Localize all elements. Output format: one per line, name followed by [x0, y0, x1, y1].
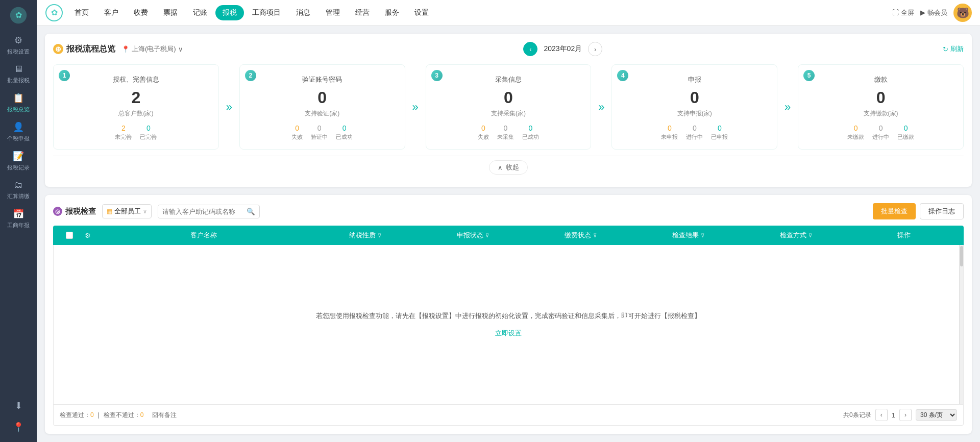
step-card-5: 5缴款0支持缴款(家)0未缴款0进行中0已缴款 [798, 64, 964, 150]
nav-item-bizprojects[interactable]: 工商项目 [245, 5, 288, 20]
stat-item[interactable]: 0进行中 [686, 124, 703, 141]
nav-item-operations[interactable]: 经营 [348, 5, 377, 20]
prev-month-btn[interactable]: ‹ [523, 42, 537, 56]
th-payment-status[interactable]: 缴费状态 ⊽ [527, 231, 634, 240]
sidebar-item-batch-tax[interactable]: 🖥 批量报税 [0, 60, 37, 88]
stat-value: 0 [904, 124, 908, 132]
next-month-btn[interactable]: › [588, 42, 602, 56]
step-sub-label: 支持采集(家) [434, 109, 583, 118]
nav-item-management[interactable]: 管理 [318, 5, 347, 20]
th-settings[interactable]: ⚙ [80, 232, 96, 239]
employee-icon: ▦ [107, 208, 112, 215]
stat-item[interactable]: 0未采集 [497, 124, 514, 141]
step-number: 3 [431, 70, 443, 81]
search-input[interactable] [158, 205, 242, 218]
location-pin-icon: 📍 [121, 45, 130, 53]
stat-value: 0 [146, 124, 151, 132]
collapse-btn[interactable]: ∧ 收起 [489, 160, 528, 175]
nav-item-bookkeeping[interactable]: 记账 [186, 5, 214, 20]
page-size-select[interactable]: 30 条/页 50 条/页 100 条/页 [916, 409, 957, 421]
stat-value: 0 [342, 124, 347, 132]
stat-label: 验证中 [311, 133, 328, 141]
refresh-icon: ↻ [943, 45, 948, 53]
table-body: 若您想使用报税检查功能，请先在【报税设置】中进行报税的初始化设置，完成密码验证和… [53, 245, 964, 405]
annual-report-icon: 📅 [13, 208, 24, 219]
stat-item[interactable]: 0进行中 [872, 124, 889, 141]
stat-value: 0 [317, 124, 322, 132]
check-title-icon: ◎ [53, 207, 62, 216]
table-wrapper: ⚙ 客户名称 纳税性质 ⊽ 申报状态 ⊽ 缴费状态 ⊽ [53, 226, 964, 426]
stat-item[interactable]: 0验证中 [311, 124, 328, 141]
step-title: 申报 [620, 75, 769, 84]
nav-item-fees[interactable]: 收费 [127, 5, 155, 20]
sidebar-item-download[interactable]: ⬇ [11, 396, 26, 415]
operation-log-button[interactable]: 操作日志 [920, 203, 964, 219]
stat-item[interactable]: 0已申报 [711, 124, 728, 141]
stat-label: 未缴款 [847, 133, 864, 141]
stat-value: 0 [668, 124, 672, 132]
sidebar-item-location[interactable]: 📍 [11, 418, 26, 437]
sidebar-item-tax-records[interactable]: 📝 报税记录 [0, 146, 37, 176]
stat-label: 已成功 [522, 133, 539, 141]
stat-value: 0 [718, 124, 722, 132]
nav-item-clients[interactable]: 客户 [97, 5, 126, 20]
search-button[interactable]: 🔍 [242, 205, 259, 218]
nav-item-settings[interactable]: 设置 [407, 5, 436, 20]
step-arrow: » [405, 64, 426, 150]
nav-item-tax[interactable]: 报税 [215, 5, 244, 20]
employee-select[interactable]: ▦ 全部员工 ∨ [102, 204, 152, 218]
stat-item[interactable]: 0未申报 [661, 124, 678, 141]
location-tag[interactable]: 📍 上海(电子税局) ∨ [121, 44, 183, 54]
th-tax-nature[interactable]: 纳税性质 ⊽ [311, 231, 419, 240]
download-icon: ⬇ [15, 400, 22, 411]
refresh-btn[interactable]: ↻ 刷新 [943, 44, 964, 54]
chevron-down-icon: ∨ [178, 45, 183, 53]
stat-item[interactable]: 0未缴款 [847, 124, 864, 141]
nav-item-home[interactable]: 首页 [67, 5, 96, 20]
sidebar-item-tax-overview[interactable]: 📋 报税总览 [0, 88, 37, 117]
table-empty-message: 若您想使用报税检查功能，请先在【报税设置】中进行报税的初始化设置，完成密码验证和… [306, 299, 711, 350]
stat-item[interactable]: 2未完善 [115, 124, 132, 141]
nav-item-services[interactable]: 服务 [378, 5, 406, 20]
th-check-result[interactable]: 检查结果 ⊽ [634, 231, 742, 240]
batch-check-button[interactable]: 批量检查 [873, 203, 916, 219]
stat-item[interactable]: 0失败 [291, 124, 303, 141]
stat-item[interactable]: 0已成功 [336, 124, 353, 141]
check-actions: 批量检查 操作日志 [873, 203, 964, 219]
nav-item-invoices[interactable]: 票据 [156, 5, 185, 20]
sidebar-item-individual-tax[interactable]: 👤 个税申报 [0, 117, 37, 146]
stat-item[interactable]: 0已完善 [140, 124, 157, 141]
member-btn[interactable]: ▶ 畅会员 [920, 8, 947, 17]
fullscreen-btn[interactable]: ⛶ 全屏 [892, 8, 914, 17]
stat-item[interactable]: 0已成功 [522, 124, 539, 141]
setup-link[interactable]: 立即设置 [495, 329, 522, 337]
filter-icon: ⊽ [378, 233, 381, 238]
tax-overview-icon: 📋 [13, 92, 24, 104]
search-box: 🔍 [158, 205, 260, 218]
prev-page-btn[interactable]: ‹ [875, 409, 888, 421]
sidebar-item-tax-settings[interactable]: ⚙ 报税设置 [0, 31, 37, 60]
nav-item-messages[interactable]: 消息 [289, 5, 317, 20]
stat-item[interactable]: 0已缴款 [897, 124, 914, 141]
stat-label: 失败 [478, 133, 489, 141]
th-name: 客户名称 [96, 231, 311, 240]
stat-item[interactable]: 0失败 [478, 124, 489, 141]
stat-value: 0 [481, 124, 485, 132]
pass-count[interactable]: 0 [90, 411, 94, 419]
th-declare-status[interactable]: 申报状态 ⊽ [419, 231, 527, 240]
sidebar-item-annual-report[interactable]: 📅 工商年报 [0, 204, 37, 233]
page-number: 1 [892, 411, 895, 419]
avatar[interactable]: 🐻 [953, 4, 972, 22]
th-check-method[interactable]: 检查方式 ⊽ [742, 231, 850, 240]
filter-icon: ⊽ [808, 233, 812, 238]
select-all-checkbox[interactable] [66, 232, 73, 239]
scrollbar[interactable] [959, 245, 963, 404]
stat-label: 进行中 [872, 133, 889, 141]
sidebar-item-settlement[interactable]: 🗂 汇算清缴 [0, 176, 37, 204]
scrollbar-thumb [960, 246, 963, 266]
location-icon: 📍 [13, 422, 24, 433]
next-page-btn[interactable]: › [899, 409, 912, 421]
fail-count[interactable]: 0 [140, 411, 144, 419]
table-header: ⚙ 客户名称 纳税性质 ⊽ 申报状态 ⊽ 缴费状态 ⊽ [53, 226, 964, 245]
step-sub-label: 支持申报(家) [620, 109, 769, 118]
